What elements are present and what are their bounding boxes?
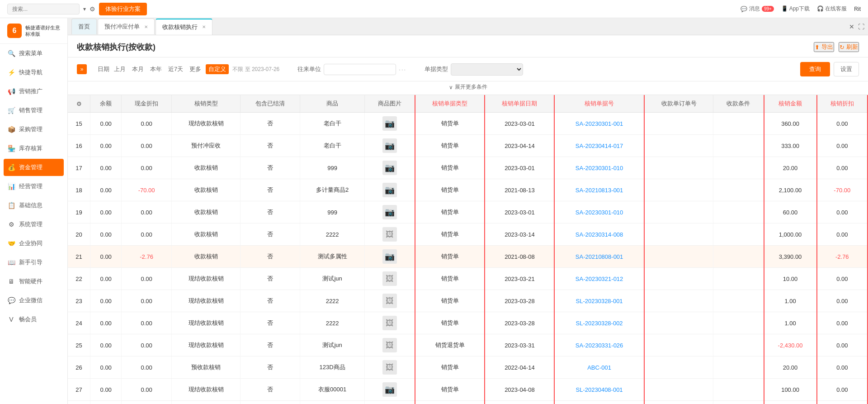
cell-receipt-condition xyxy=(713,179,764,201)
cell-verify-bill-no[interactable]: SL-20230328-001 xyxy=(554,290,644,312)
from-unit-dots[interactable]: ··· xyxy=(399,66,406,73)
verify-bill-no-link[interactable]: SA-20210813-001 xyxy=(576,187,623,194)
cell-verify-discount: 0.00 xyxy=(817,157,868,179)
expand-more-button[interactable]: ∨ 展开更多条件 xyxy=(449,83,487,91)
verify-bill-no-link[interactable]: SL-20230328-001 xyxy=(576,298,623,304)
verify-bill-no-link[interactable]: SA-20210808-001 xyxy=(576,253,623,260)
goods-image-cell: 📷 xyxy=(382,183,397,197)
verify-bill-no-link[interactable]: SA-20230314-008 xyxy=(576,231,623,238)
date-this-month[interactable]: 本月 xyxy=(130,64,146,74)
verify-bill-no-link[interactable]: SA-20230414-017 xyxy=(576,143,623,149)
message-area[interactable]: 💬 消息 99+ xyxy=(741,5,774,13)
cell-goods-image: 📷 xyxy=(365,135,415,157)
cell-seq: 21 xyxy=(68,246,90,268)
sidebar-item-enterprise[interactable]: 🤝 企业协同 xyxy=(0,234,67,253)
cell-verify-bill-no[interactable]: SL-20230328-002 xyxy=(554,312,644,334)
sidebar-item-system[interactable]: ⚙ 系统管理 xyxy=(0,215,67,234)
dropdown-icon[interactable]: ▾ xyxy=(83,6,86,12)
sidebar-item-label: 资金管理 xyxy=(19,163,42,171)
col-verify-amount: 核销金额 xyxy=(764,95,817,113)
cell-receipt-order-no xyxy=(644,334,713,356)
verify-bill-no-link[interactable]: ABC-001 xyxy=(587,364,611,371)
sidebar-item-member[interactable]: V 畅会员 xyxy=(0,310,67,329)
from-unit-input[interactable] xyxy=(324,64,396,75)
sidebar-item-guide[interactable]: 📖 新手引导 xyxy=(0,253,67,272)
cell-seq: 23 xyxy=(68,290,90,312)
verify-bill-no-link[interactable]: SA-20230331-026 xyxy=(576,342,623,349)
tab-prepay-close[interactable]: ✕ xyxy=(144,24,148,29)
filter-receipt-type: 单据类型 xyxy=(425,63,523,76)
filter-from-unit: 往来单位 ··· xyxy=(297,64,406,75)
solution-button[interactable]: 体验行业方案 xyxy=(99,3,147,15)
cell-receipt-order-no xyxy=(644,246,713,268)
tab-home[interactable]: 首页 xyxy=(71,19,97,34)
cell-balance: 0.00 xyxy=(90,179,122,201)
verify-bill-no-link[interactable]: SA-20230301-001 xyxy=(576,120,623,127)
sidebar-item-wechat[interactable]: 💬 企业微信 xyxy=(0,291,67,310)
cell-cash-discount: 0.00 xyxy=(122,223,172,246)
sidebar-item-purchase[interactable]: 📦 采购管理 xyxy=(0,120,67,139)
verify-bill-no-link[interactable]: SL-20230408-001 xyxy=(576,386,623,393)
search-input[interactable] xyxy=(7,4,80,14)
verify-bill-no-link[interactable]: SA-20230321-012 xyxy=(576,276,623,282)
cell-include-settled: 否 xyxy=(241,113,300,135)
sidebar-item-basic[interactable]: 📋 基础信息 xyxy=(0,196,67,215)
date-custom[interactable]: 自定义 xyxy=(206,64,229,74)
receipt-type-select[interactable] xyxy=(451,63,523,76)
cell-verify-bill-no[interactable]: SA-20230301-010 xyxy=(554,157,644,179)
user-name[interactable]: Rit xyxy=(854,6,861,12)
maximize-button[interactable]: ⛶ xyxy=(858,23,864,30)
cell-cash-discount: -2.76 xyxy=(122,246,172,268)
tab-receipt-verify[interactable]: 收款核销执行 ✕ xyxy=(156,19,212,35)
sidebar-item-quicknav[interactable]: ⚡ 快捷导航 xyxy=(0,63,67,82)
online-service-link[interactable]: 🎧 在线客服 xyxy=(817,5,847,13)
cell-verify-bill-no[interactable]: SL-20230408-001 xyxy=(554,379,644,401)
basic-icon: 📋 xyxy=(7,202,15,209)
cell-verify-bill-no[interactable]: SA-20210813-001 xyxy=(554,179,644,201)
sidebar-item-finance[interactable]: 💰 资金管理 xyxy=(4,159,64,176)
sidebar-item-marketing[interactable]: 📢 营销推广 xyxy=(0,82,67,101)
col-gear[interactable]: ⚙ xyxy=(68,95,90,113)
search-button[interactable]: 查询 xyxy=(800,62,830,76)
cell-verify-bill-no[interactable]: SL-20230418-001 xyxy=(554,401,644,404)
cell-verify-bill-no[interactable]: SA-20230414-017 xyxy=(554,135,644,157)
cell-receipt-order-no xyxy=(644,290,713,312)
cell-verify-bill-no[interactable]: SA-20230321-012 xyxy=(554,268,644,290)
cell-verify-bill-no[interactable]: ABC-001 xyxy=(554,356,644,379)
cell-verify-bill-no[interactable]: SA-20210808-001 xyxy=(554,246,644,268)
refresh-button[interactable]: ↻ 刷新 xyxy=(839,42,859,52)
cell-goods: 测试jun xyxy=(300,334,365,356)
date-more[interactable]: 更多 xyxy=(188,64,203,74)
sidebar-item-business[interactable]: 📊 经营管理 xyxy=(0,177,67,196)
filter-collapse-icon[interactable]: » xyxy=(77,64,87,74)
goods-image-cell: 📷 xyxy=(382,138,397,153)
settings-button[interactable]: 设置 xyxy=(834,62,859,76)
gear-icon[interactable]: ⚙ xyxy=(90,5,95,13)
data-table: ⚙ 余额 现金折扣 核销类型 包含已结清 商品 商品图片 核销单据类型 核销单据… xyxy=(68,95,868,404)
col-verify-discount: 核销折扣 xyxy=(817,95,868,113)
verify-bill-no-link[interactable]: SA-20230301-010 xyxy=(576,165,623,171)
cell-verify-bill-no[interactable]: SA-20230331-026 xyxy=(554,334,644,356)
sidebar-item-hardware[interactable]: 🖥 智能硬件 xyxy=(0,272,67,291)
date-this-year[interactable]: 本年 xyxy=(148,64,164,74)
cell-goods: 123D商品 xyxy=(300,356,365,379)
date-7days[interactable]: 近7天 xyxy=(166,64,185,74)
cell-verify-bill-no[interactable]: SA-20230301-001 xyxy=(554,113,644,135)
sidebar-item-sales[interactable]: 🛒 销售管理 xyxy=(0,101,67,120)
cell-verify-type: 现结收款核销 xyxy=(171,290,240,312)
verify-bill-no-link[interactable]: SA-20230301-010 xyxy=(576,209,623,216)
export-button[interactable]: ⬆ 导出 xyxy=(814,42,834,52)
cell-verify-bill-no[interactable]: SA-20230314-008 xyxy=(554,223,644,246)
tab-receipt-verify-close[interactable]: ✕ xyxy=(202,24,206,29)
cell-include-settled: 否 xyxy=(241,401,300,404)
app-download-link[interactable]: 📱 App下载 xyxy=(781,5,810,13)
date-last-month[interactable]: 上月 xyxy=(112,64,127,74)
close-window-button[interactable]: ✕ xyxy=(849,23,854,30)
sidebar-item-search[interactable]: 🔍 搜索菜单 xyxy=(0,44,67,63)
sidebar-item-inventory[interactable]: 🏪 库存核算 xyxy=(0,139,67,158)
cell-verify-bill-no[interactable]: SA-20230301-010 xyxy=(554,201,644,223)
table-header-row: ⚙ 余额 现金折扣 核销类型 包含已结清 商品 商品图片 核销单据类型 核销单据… xyxy=(68,95,868,113)
verify-bill-no-link[interactable]: SL-20230328-002 xyxy=(576,320,623,327)
goods-image-cell: 🖼 xyxy=(382,294,397,308)
tab-prepay[interactable]: 预付冲应付单 ✕ xyxy=(98,19,155,34)
